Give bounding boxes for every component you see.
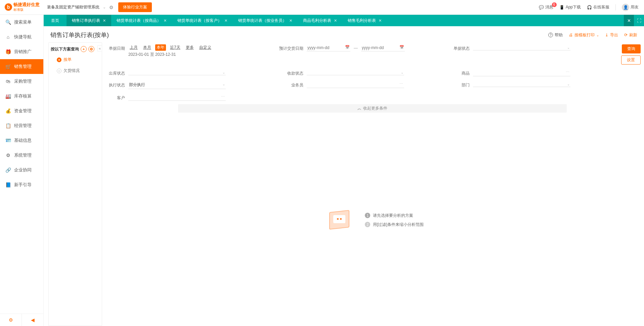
- fullscreen-button[interactable]: ⛶: [634, 15, 644, 26]
- close-icon[interactable]: ✕: [379, 18, 382, 23]
- service-label: 在线客服: [593, 4, 609, 10]
- settings-button[interactable]: 设置: [621, 55, 641, 65]
- clipboard-icon: 📋: [5, 123, 11, 128]
- sidebar-item-inventory[interactable]: 🏭库存核算: [0, 89, 43, 104]
- sidebar-item-system[interactable]: ⚙系统管理: [0, 148, 43, 163]
- shortcut-last-month[interactable]: 上月: [128, 44, 139, 51]
- doc-status-select[interactable]: ⌄: [473, 44, 570, 50]
- sidebar-item-basicinfo[interactable]: 🪪基础信息: [0, 133, 43, 148]
- more-icon[interactable]: ⋯: [221, 94, 225, 99]
- close-icon[interactable]: ✕: [289, 18, 292, 23]
- footer-settings-button[interactable]: ⚙: [0, 314, 22, 326]
- sidebar-item-sales[interactable]: 🛒销售管理: [0, 59, 43, 74]
- delivery-date-from-input[interactable]: [307, 44, 350, 51]
- scheme-settings-button[interactable]: ⚙: [88, 46, 94, 52]
- goods-input[interactable]: [473, 69, 570, 76]
- tab-sales-stats-customer[interactable]: 销货单统计表（按客户）✕: [172, 15, 233, 26]
- tab-goods-profit[interactable]: 商品毛利分析表✕: [298, 15, 342, 26]
- salesman-input[interactable]: [307, 81, 404, 88]
- book-icon: 📘: [5, 182, 11, 188]
- top-right-actions: 💬 消息 6 📱 App下载 🎧 在线客服 👤 用友: [539, 4, 639, 11]
- sidebar-item-collab[interactable]: 🔗企业协同: [0, 163, 43, 177]
- exec-status-select[interactable]: 部分执行⌄: [128, 81, 226, 89]
- print-button[interactable]: 🖨按模板打印⌄: [569, 32, 599, 38]
- field-label: 商品: [449, 69, 470, 76]
- cart-icon: 🛒: [5, 64, 11, 69]
- collapse-filters-button[interactable]: ︽ 收起更多条件: [178, 104, 567, 113]
- sidebar-item-business[interactable]: 📋经营管理: [0, 118, 43, 133]
- close-all-tabs-button[interactable]: ✕: [624, 15, 634, 26]
- shortcut-last7[interactable]: 近7天: [169, 44, 182, 51]
- refresh-button[interactable]: ⟳刷新: [624, 32, 637, 38]
- outbound-status-select[interactable]: ⌄: [128, 69, 226, 75]
- system-selector[interactable]: 装备及固定资产辅助管理系统 ⌄ ⚙: [47, 3, 114, 12]
- add-scheme-button[interactable]: +: [81, 46, 87, 52]
- department-select[interactable]: ⌄: [473, 81, 570, 87]
- tab-label: 商品毛利分析表: [303, 18, 331, 24]
- sidebar-item-purchase[interactable]: 🛍采购管理: [0, 74, 43, 89]
- scheme-item-shortage[interactable]: ○ 欠货情况: [51, 65, 100, 76]
- tabs-bar: 首页 销售订单执行表✕ 销货单统计表（按商品）✕ 销货单统计表（按客户）✕ 销货…: [44, 15, 644, 26]
- close-icon[interactable]: ✕: [103, 18, 106, 23]
- message-icon: 💬: [539, 5, 544, 10]
- tab-sales-stats-salesman[interactable]: 销货单统计表（按业务员）✕: [233, 15, 298, 26]
- sidebar-item-guide[interactable]: 📘新手引导: [0, 177, 43, 192]
- range-separator: —: [354, 46, 358, 50]
- tip-2: 2用[过滤]条件来缩小分析范围: [365, 222, 424, 228]
- shortcut-custom[interactable]: 自定义: [198, 44, 213, 51]
- query-button[interactable]: 查询: [622, 44, 641, 53]
- scheme-label: 欠货情况: [63, 68, 80, 74]
- calendar-icon[interactable]: 📅: [345, 45, 350, 49]
- user-menu[interactable]: 👤 用友: [622, 4, 639, 11]
- tab-sales-order-exec[interactable]: 销售订单执行表✕: [67, 15, 111, 26]
- close-icon[interactable]: ✕: [224, 18, 227, 23]
- money-icon: 💰: [5, 108, 11, 114]
- scheme-label: 按单: [63, 57, 72, 63]
- sidebar-item-label: 经营管理: [14, 123, 32, 129]
- gear-icon[interactable]: ⚙: [109, 5, 114, 10]
- sidebar-item-label: 基础信息: [14, 137, 32, 144]
- shortcut-more[interactable]: 更多: [184, 44, 195, 51]
- sidebar-item-finance[interactable]: 💰资金管理: [0, 104, 43, 118]
- payment-status-select[interactable]: ⌄: [307, 69, 404, 75]
- close-icon[interactable]: ✕: [164, 18, 167, 23]
- tab-sales-stats-goods[interactable]: 销货单统计表（按商品）✕: [111, 15, 172, 26]
- sidebar-item-label: 系统管理: [14, 152, 32, 158]
- experience-button[interactable]: 体验行业方案: [118, 2, 152, 12]
- tab-home[interactable]: 首页: [44, 15, 67, 26]
- scheme-panel-title: 按以下方案查询: [51, 46, 79, 52]
- chevron-down-icon: ⌄: [222, 71, 225, 74]
- close-icon[interactable]: ✕: [334, 18, 337, 23]
- delivery-date-to-input[interactable]: [361, 44, 405, 51]
- tab-label: 销售订单执行表: [72, 18, 100, 24]
- action-label: 帮助: [555, 32, 563, 38]
- customer-input[interactable]: [128, 94, 226, 101]
- field-label: 收款状态: [276, 69, 303, 76]
- calendar-icon[interactable]: 📅: [399, 45, 404, 49]
- help-button[interactable]: ?帮助: [548, 32, 563, 38]
- shortcut-this-year[interactable]: 本年: [155, 44, 166, 51]
- system-name: 装备及固定资产辅助管理系统: [47, 4, 99, 10]
- more-icon[interactable]: ⋯: [399, 82, 403, 86]
- app-download-link[interactable]: 📱 App下载: [559, 4, 581, 10]
- chevron-down-icon: ⌄: [567, 82, 570, 86]
- filter-actions: 查询 设置: [621, 44, 641, 65]
- sidebar-item-search[interactable]: 🔍搜索菜单: [0, 15, 43, 30]
- sidebar-item-marketing[interactable]: 🎁营销推广: [0, 44, 43, 59]
- avatar-icon: 👤: [622, 4, 629, 11]
- logo-text: 畅捷通好生意: [13, 2, 40, 7]
- scheme-item-byorder[interactable]: ● 按单: [51, 54, 100, 65]
- more-icon[interactable]: ⋯: [566, 70, 570, 74]
- footer-collapse-button[interactable]: ◀: [22, 314, 43, 326]
- field-label: 单据状态: [449, 44, 470, 51]
- collapse-scheme-panel[interactable]: «: [97, 45, 102, 51]
- shortcut-this-month[interactable]: 本月: [142, 44, 153, 51]
- tab-sales-profit[interactable]: 销售毛利分析表✕: [342, 15, 387, 26]
- logo: b 畅捷通好生意 标准版: [0, 2, 44, 12]
- customer-service-link[interactable]: 🎧 在线客服: [587, 4, 609, 10]
- export-button[interactable]: ⤓导出: [605, 32, 618, 38]
- tip-1: 1请先选择要分析的方案: [365, 213, 424, 218]
- chevron-down-icon: ⌄: [567, 46, 570, 49]
- sidebar-item-quicknav[interactable]: ⌂快捷导航: [0, 30, 43, 44]
- messages-link[interactable]: 💬 消息 6: [539, 4, 553, 10]
